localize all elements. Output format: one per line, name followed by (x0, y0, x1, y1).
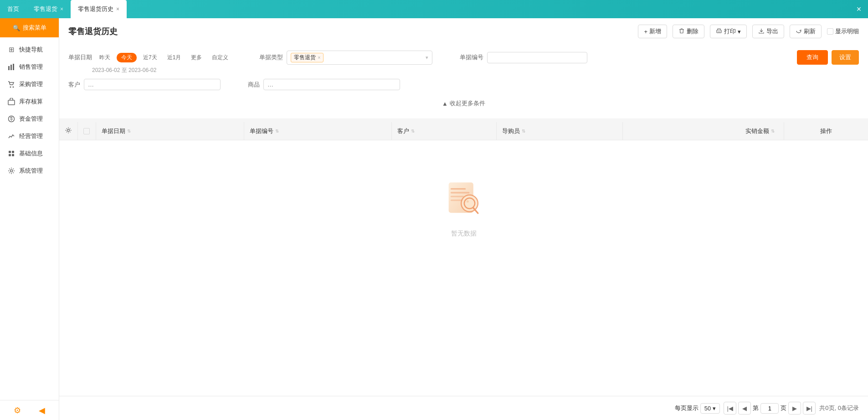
filter-card: 零售退货历史 + 新增 删除 (59, 18, 868, 118)
th-customer: 客户 ⇅ (392, 122, 497, 140)
th-amount: 实销金额 ⇅ (623, 122, 784, 140)
sidebar-item-sales-label: 销售管理 (19, 63, 43, 71)
date-btn-7days[interactable]: 近7天 (139, 53, 161, 62)
page-size-arrow: ▾ (713, 405, 716, 412)
sidebar-search-label: 搜索菜单 (23, 24, 46, 32)
top-bar: 首页 零售退货 × 零售退货历史 × × (0, 0, 868, 18)
sidebar-item-quicknav-label: 快捷导航 (19, 46, 43, 54)
table-body: 暂无数据 (59, 140, 868, 275)
sidebar-item-purchase-label: 采购管理 (19, 80, 43, 88)
window-close-button[interactable]: × (850, 0, 868, 18)
tab-retail-return-history-close[interactable]: × (116, 6, 119, 12)
docnum-input[interactable] (487, 52, 587, 63)
svg-rect-0 (8, 66, 10, 70)
data-table: 单据日期 ⇅ 单据编号 ⇅ (59, 122, 868, 274)
page-number-input[interactable] (760, 403, 779, 414)
query-label: 查询 (806, 53, 818, 61)
sidebar-item-inventory-label: 库存核算 (19, 97, 43, 106)
new-icon: + (644, 28, 647, 35)
sidebar-item-sales[interactable]: 销售管理 (0, 58, 59, 76)
th-actions: 操作 (784, 122, 868, 140)
export-button[interactable]: 导出 (752, 25, 784, 38)
date-btn-custom[interactable]: 自定义 (208, 53, 232, 62)
sidebar-item-quicknav[interactable]: ⊞ 快捷导航 (0, 41, 59, 58)
print-arrow: ▾ (738, 28, 741, 35)
svg-rect-1 (10, 65, 12, 70)
tab-retail-return-history-label: 零售退货历史 (78, 5, 113, 13)
collapse-sidebar-icon[interactable]: ◀ (39, 405, 45, 415)
svg-rect-16 (450, 192, 469, 193)
quicknav-icon: ⊞ (7, 46, 15, 54)
delete-label: 删除 (687, 27, 699, 36)
print-button[interactable]: 打印 ▾ (710, 25, 747, 38)
settings-bottom-icon[interactable]: ⚙ (14, 405, 21, 415)
sidebar-item-operations[interactable]: 经营管理 (0, 128, 59, 145)
date-btn-1month[interactable]: 近1月 (164, 53, 185, 62)
page-size-box[interactable]: 50 ▾ (700, 403, 720, 414)
date-filters: 昨天 今天 近7天 近1月 更多 自定义 (96, 53, 232, 62)
tab-home-label: 首页 (7, 5, 19, 13)
th-date-sort[interactable]: ⇅ (127, 129, 131, 133)
page-label: 页 (781, 404, 786, 412)
finance-icon (7, 115, 15, 123)
export-icon (758, 28, 765, 36)
doctype-tag-label: 零售退货 (294, 54, 316, 61)
collapse-button[interactable]: ▲ 收起更多条件 (437, 97, 491, 109)
sidebar-item-basic[interactable]: 基础信息 (0, 145, 59, 162)
goods-filter-item: 商品 (248, 79, 400, 90)
doctype-filter-select[interactable]: 零售退货 × ▾ (287, 51, 432, 65)
setting-label: 设置 (839, 53, 851, 61)
sidebar-item-inventory[interactable]: 库存核算 (0, 93, 59, 110)
show-detail-check-box[interactable] (827, 28, 833, 35)
sidebar-nav: ⊞ 快捷导航 销售管理 (0, 37, 59, 400)
th-settings (59, 122, 78, 140)
header-checkbox[interactable] (83, 128, 90, 134)
date-filter-label: 单据日期 (68, 53, 92, 61)
filter-row-1: 单据日期 昨天 今天 近7天 近1月 更多 自定义 (68, 47, 859, 67)
th-amount-sort[interactable]: ⇅ (771, 129, 775, 133)
svg-rect-5 (8, 100, 15, 105)
sidebar-item-purchase[interactable]: 采购管理 (0, 76, 59, 93)
empty-state: 暂无数据 (59, 140, 868, 274)
th-salesperson-sort[interactable]: ⇅ (522, 129, 525, 133)
setting-button[interactable]: 设置 (832, 50, 859, 65)
prev-page-button[interactable]: ◀ (738, 402, 751, 415)
date-btn-more[interactable]: 更多 (187, 53, 205, 62)
doctype-filter-label: 单据类型 (259, 53, 283, 61)
first-page-button[interactable]: |◀ (724, 402, 736, 415)
date-btn-yesterday[interactable]: 昨天 (96, 53, 114, 62)
new-button[interactable]: + 新增 (638, 25, 667, 38)
sidebar-search-button[interactable]: 🔍 搜索菜单 (0, 18, 59, 37)
th-customer-sort[interactable]: ⇅ (411, 129, 415, 133)
column-settings-icon[interactable] (65, 128, 72, 135)
toolbar: + 新增 删除 (638, 25, 859, 38)
sidebar-item-finance[interactable]: 资金管理 (0, 110, 59, 128)
new-label: 新增 (649, 27, 661, 36)
query-button[interactable]: 查询 (797, 50, 828, 65)
doctype-tag-close[interactable]: × (318, 55, 320, 60)
th-docnum-sort[interactable]: ⇅ (275, 129, 279, 133)
print-label: 打印 (724, 27, 736, 36)
refresh-button[interactable]: 刷新 (790, 25, 822, 38)
next-page-button[interactable]: ▶ (788, 402, 801, 415)
purchase-icon (7, 80, 15, 88)
total-label: 共0页, 0条记录 (819, 404, 859, 412)
tab-home[interactable]: 首页 (0, 0, 26, 18)
tab-retail-return-close[interactable]: × (60, 6, 63, 12)
last-page-button[interactable]: ▶| (803, 402, 816, 415)
tab-retail-return-history[interactable]: 零售退货历史 × (71, 0, 127, 18)
delete-button[interactable]: 删除 (673, 25, 704, 38)
svg-rect-7 (9, 151, 11, 153)
date-btn-today[interactable]: 今天 (117, 53, 137, 62)
svg-point-3 (10, 87, 11, 88)
doctype-tag: 零售退货 × (291, 53, 324, 62)
sidebar: 🔍 搜索菜单 ⊞ 快捷导航 销售管理 (0, 18, 59, 420)
tab-retail-return[interactable]: 零售退货 × (26, 0, 71, 18)
sidebar-item-system[interactable]: 系统管理 (0, 162, 59, 179)
customer-input[interactable] (84, 79, 221, 90)
page-word: 第 (753, 404, 759, 412)
inventory-icon (7, 97, 15, 106)
goods-input[interactable] (263, 79, 400, 90)
show-detail-checkbox[interactable]: 显示明细 (827, 27, 859, 36)
sidebar-bottom: ⚙ ◀ (0, 400, 59, 420)
